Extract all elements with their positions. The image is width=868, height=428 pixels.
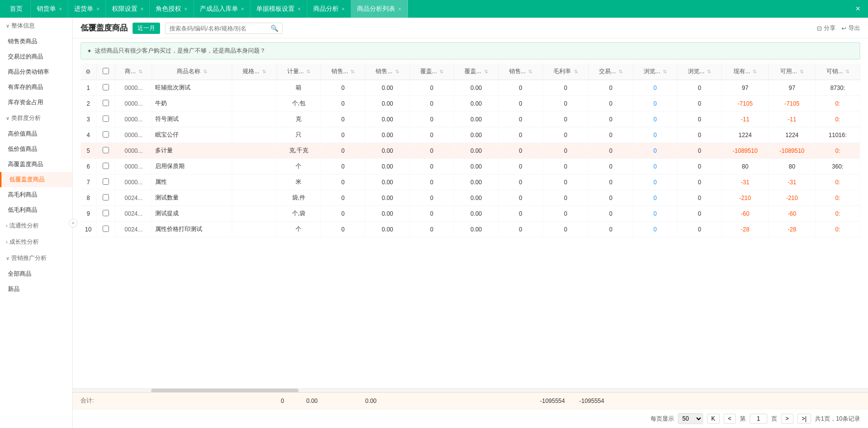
- sales-amt-column-header[interactable]: 销售... ⇅: [365, 63, 409, 80]
- row-select-checkbox[interactable]: [103, 163, 109, 169]
- current-stock-column-header[interactable]: 现有... ⇅: [722, 63, 768, 80]
- nav-tab-sales[interactable]: 销货单 ×: [31, 0, 68, 18]
- sidebar-item-high-value[interactable]: 高价值商品: [0, 126, 72, 142]
- sidebar-section-overview[interactable]: ∨ 整体信息: [0, 18, 72, 34]
- sidebar-item-low-margin[interactable]: 低毛利商品: [0, 202, 72, 218]
- sidebar-item-low-coverage[interactable]: 低覆盖度商品: [0, 172, 72, 187]
- nav-tab-role[interactable]: 角色授权 ×: [150, 0, 193, 18]
- available-column-header[interactable]: 可用... ⇅: [768, 63, 815, 80]
- export-button[interactable]: ↩ 导出: [841, 24, 860, 32]
- horizontal-scrollbar[interactable]: [73, 388, 868, 392]
- row-checkbox[interactable]: [96, 143, 115, 159]
- row-browse1[interactable]: 0: [633, 174, 677, 190]
- cover2-column-header[interactable]: 覆盖... ⇅: [454, 63, 498, 80]
- sidebar-item-stocked-goods[interactable]: 有库存的商品: [0, 80, 72, 95]
- first-page-button[interactable]: K: [707, 414, 720, 424]
- row-checkbox[interactable]: [96, 206, 115, 222]
- close-icon[interactable]: ×: [398, 6, 401, 12]
- settings-column-header[interactable]: ⚙: [81, 63, 96, 80]
- row-select-checkbox[interactable]: [103, 226, 109, 232]
- code-column-header[interactable]: 商... ⇅: [115, 63, 152, 80]
- row-select-checkbox[interactable]: [103, 147, 109, 153]
- checkbox-column-header[interactable]: [96, 63, 115, 80]
- row-checkbox[interactable]: [96, 80, 115, 96]
- row-checkbox[interactable]: [96, 96, 115, 112]
- next-page-button[interactable]: >: [781, 414, 793, 424]
- row-select-checkbox[interactable]: [103, 115, 109, 122]
- row-browse1[interactable]: 0: [633, 80, 677, 96]
- close-icon[interactable]: ×: [96, 6, 99, 12]
- row-checkbox[interactable]: [96, 174, 115, 190]
- nav-tab-purchase[interactable]: 进货单 ×: [68, 0, 106, 18]
- row-checkbox[interactable]: [96, 127, 115, 143]
- sidebar-item-high-coverage[interactable]: 高覆盖度商品: [0, 157, 72, 172]
- sales3-column-header[interactable]: 销售... ⇅: [498, 63, 542, 80]
- row-checkbox[interactable]: [96, 190, 115, 206]
- sidebar-section-growth[interactable]: › 成长性分析: [0, 234, 72, 250]
- banner-text: 这些商品只有很少客户购买过，是推广不够，还是商品本身问题？: [95, 47, 266, 55]
- row-select-checkbox[interactable]: [103, 131, 109, 138]
- trade-column-header[interactable]: 交易... ⇅: [589, 63, 633, 80]
- row-select-checkbox[interactable]: [103, 194, 109, 200]
- row-browse1[interactable]: 0: [633, 222, 677, 237]
- row-browse1[interactable]: 0: [633, 190, 677, 206]
- close-icon[interactable]: ×: [298, 6, 300, 12]
- close-icon[interactable]: ×: [342, 6, 345, 12]
- sidebar-item-new-goods[interactable]: 新品: [0, 282, 72, 297]
- browse2-column-header[interactable]: 浏览... ⇅: [678, 63, 722, 80]
- cover1-column-header[interactable]: 覆盖... ⇅: [409, 63, 454, 80]
- nav-tab-home[interactable]: 首页: [2, 0, 31, 18]
- row-checkbox[interactable]: [96, 159, 115, 174]
- row-checkbox[interactable]: [96, 112, 115, 127]
- select-all-checkbox[interactable]: [103, 68, 109, 74]
- share-button[interactable]: ⊡ 分享: [817, 24, 836, 32]
- spec-column-header[interactable]: 规格... ⇅: [232, 63, 276, 80]
- row-select-checkbox[interactable]: [103, 210, 109, 216]
- nav-tab-analysis[interactable]: 商品分析 ×: [307, 0, 351, 18]
- close-icon[interactable]: ×: [241, 6, 244, 12]
- search-input[interactable]: [169, 25, 271, 32]
- row-select-checkbox[interactable]: [103, 84, 109, 90]
- sidebar-item-all-goods[interactable]: 全部商品: [0, 266, 72, 282]
- row-browse1[interactable]: 0: [633, 127, 677, 143]
- sidebar-item-traded-goods[interactable]: 交易过的商品: [0, 49, 72, 64]
- sidebar-item-sales-goods[interactable]: 销售类商品: [0, 34, 72, 49]
- row-browse1[interactable]: 0: [633, 159, 677, 174]
- nav-tab-product[interactable]: 产成品入库单 ×: [194, 0, 250, 18]
- sidebar-item-low-value[interactable]: 低价值商品: [0, 142, 72, 157]
- sidebar-item-stock-capital[interactable]: 库存资金占用: [0, 95, 72, 110]
- sidebar-section-liquidity[interactable]: › 流通性分析: [0, 218, 72, 234]
- sidebar-item-high-margin[interactable]: 高毛利商品: [0, 187, 72, 202]
- row-select-checkbox[interactable]: [103, 100, 109, 106]
- window-close-button[interactable]: ×: [850, 4, 866, 13]
- nav-tab-analysis-list[interactable]: 商品分析列表 ×: [351, 0, 407, 18]
- row-browse1[interactable]: 0: [633, 96, 677, 112]
- sidebar-item-category-rate[interactable]: 商品分类动销率: [0, 64, 72, 80]
- sales-qty-column-header[interactable]: 销售... ⇅: [321, 63, 365, 80]
- period-button[interactable]: 近一月: [133, 23, 160, 34]
- gross-margin-column-header[interactable]: 毛利率 ⇅: [542, 63, 588, 80]
- info-banner: ✦ 这些商品只有很少客户购买过，是推广不够，还是商品本身问题？: [81, 42, 860, 59]
- close-icon[interactable]: ×: [140, 6, 143, 12]
- close-icon[interactable]: ×: [184, 6, 187, 12]
- last-page-button[interactable]: >|: [797, 414, 811, 424]
- row-browse1[interactable]: 0: [633, 143, 677, 159]
- unit-column-header[interactable]: 计量... ⇅: [276, 63, 321, 80]
- sidebar-section-marketing[interactable]: ∨ 营销推广分析: [0, 250, 72, 266]
- page-size-select[interactable]: 50 100 200: [678, 413, 703, 424]
- close-icon[interactable]: ×: [59, 6, 62, 12]
- row-select-checkbox[interactable]: [103, 178, 109, 185]
- nav-tab-permission[interactable]: 权限设置 ×: [106, 0, 150, 18]
- sidebar-collapse-button[interactable]: «: [69, 219, 78, 228]
- name-column-header[interactable]: 商品名称 ⇅: [152, 63, 232, 80]
- browse1-column-header[interactable]: 浏览... ⇅: [633, 63, 677, 80]
- sidebar-section-cluster[interactable]: ∨ 类群度分析: [0, 110, 72, 126]
- saleable-column-header[interactable]: 可销... ⇅: [815, 63, 860, 80]
- row-browse1[interactable]: 0: [633, 206, 677, 222]
- prev-page-button[interactable]: <: [724, 414, 736, 424]
- row-checkbox[interactable]: [96, 222, 115, 237]
- page-number-input[interactable]: [750, 414, 767, 424]
- row-trade: 0: [589, 127, 633, 143]
- nav-tab-template[interactable]: 单据模板设置 ×: [250, 0, 307, 18]
- row-browse1[interactable]: 0: [633, 112, 677, 127]
